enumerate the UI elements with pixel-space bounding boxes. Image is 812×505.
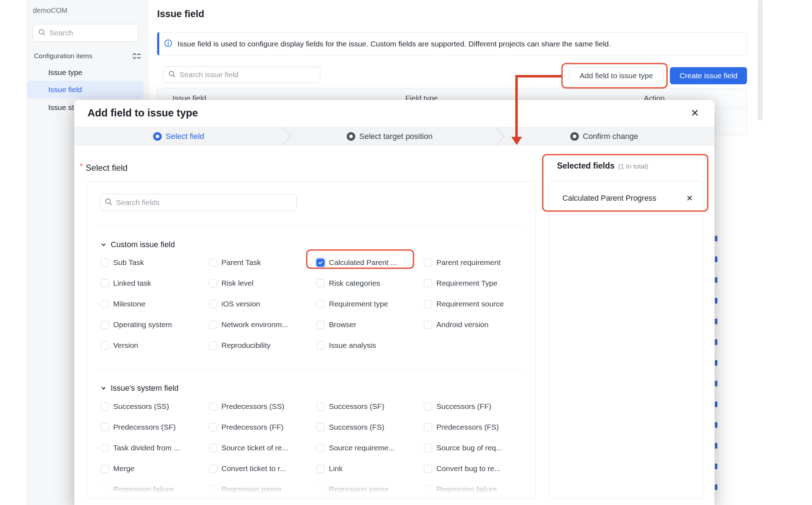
checkbox-icon[interactable] <box>424 444 432 452</box>
checkbox-icon[interactable] <box>424 300 432 308</box>
checkbox-icon[interactable] <box>316 321 325 329</box>
field-checkbox-label: Successors (FS) <box>329 423 384 431</box>
field-checkbox-option[interactable]: iOS version <box>209 300 316 308</box>
checkbox-icon[interactable] <box>209 423 217 431</box>
checkbox-icon[interactable] <box>316 279 325 288</box>
checkbox-icon[interactable] <box>209 402 217 411</box>
field-checkbox-option[interactable]: Source ticket of re... <box>209 444 316 452</box>
group-header-custom-issue-field[interactable]: Custom issue field <box>101 239 175 250</box>
step-select-target-position[interactable]: Select target position <box>347 127 432 146</box>
field-checkbox-option[interactable]: Successors (SF) <box>316 402 424 411</box>
field-checkbox-option[interactable]: Browser <box>316 320 424 329</box>
checkbox-icon[interactable] <box>316 341 325 350</box>
field-checkbox-option[interactable]: Sub Task <box>101 258 209 267</box>
field-checkbox-option[interactable]: Predecessors (FF) <box>209 423 316 431</box>
checkbox-icon[interactable] <box>209 300 217 308</box>
checkbox-icon[interactable] <box>316 444 325 452</box>
checkbox-icon[interactable] <box>101 402 109 411</box>
sidebar-item-issue-status[interactable]: Issue st <box>48 102 74 112</box>
checkbox-icon[interactable] <box>424 321 432 329</box>
field-checkbox-option[interactable]: Operating system <box>101 320 209 329</box>
group-header-issue-system-field[interactable]: Issue's system field <box>101 382 179 394</box>
add-field-to-issue-type-button[interactable]: Add field to issue type <box>569 67 663 84</box>
checkbox-icon[interactable] <box>101 444 109 452</box>
field-checkbox-label: Operating system <box>113 320 172 329</box>
checkbox-icon[interactable] <box>424 423 432 431</box>
field-checkbox-option[interactable]: Predecessors (FS) <box>424 423 526 431</box>
checkbox-icon[interactable] <box>101 300 109 308</box>
create-issue-field-button[interactable]: Create issue field <box>670 67 747 84</box>
field-checkbox-label: Task divided from ... <box>113 444 180 452</box>
checkbox-icon[interactable] <box>316 423 325 431</box>
checkbox-icon[interactable] <box>316 465 325 473</box>
info-icon <box>164 39 172 49</box>
checkbox-icon[interactable] <box>424 465 432 473</box>
checkbox-icon[interactable] <box>101 341 109 350</box>
checkbox-icon[interactable] <box>209 279 217 288</box>
field-checkbox-option[interactable]: Calculated Parent ... <box>316 258 424 267</box>
step-confirm-change[interactable]: Confirm change <box>570 127 638 146</box>
search-icon <box>38 29 46 38</box>
step-select-field[interactable]: Select field <box>153 127 204 146</box>
checkbox-icon[interactable] <box>101 259 109 267</box>
field-checkbox-option[interactable]: Network environm... <box>209 320 316 329</box>
field-checkbox-option[interactable]: Successors (FF) <box>424 402 526 411</box>
issue-field-search-input[interactable]: Search issue field <box>163 66 320 83</box>
field-checkbox-label: Merge <box>113 464 135 473</box>
field-checkbox-option[interactable]: Milestone <box>101 300 209 308</box>
field-checkbox-option[interactable]: Reproducibility <box>209 341 316 350</box>
field-checkbox-label: Predecessors (FS) <box>436 423 499 431</box>
field-checkbox-option[interactable]: Source requireme... <box>316 444 424 452</box>
checkbox-icon[interactable] <box>101 321 109 329</box>
sidebar-item-issue-field-label: Issue field <box>48 81 82 99</box>
checkbox-icon[interactable] <box>316 402 325 411</box>
fields-search-input[interactable]: Search fields <box>100 194 297 211</box>
checkbox-icon[interactable] <box>316 300 325 308</box>
field-checkbox-option[interactable]: Source bug of req... <box>424 444 526 452</box>
field-checkbox-option[interactable]: Merge <box>101 464 209 473</box>
field-checkbox-label: Risk categories <box>329 279 380 288</box>
field-checkbox-option[interactable]: Android version <box>424 320 526 329</box>
field-checkbox-option[interactable]: Requirement source <box>424 300 526 308</box>
page-scrollbar[interactable] <box>758 0 763 121</box>
field-checkbox-option[interactable]: Requirement Type <box>424 279 526 288</box>
field-checkbox-option[interactable]: Requirement type <box>316 300 424 308</box>
checkbox-icon[interactable] <box>209 444 217 452</box>
step-label: Confirm change <box>583 132 638 141</box>
sidebar-search-input[interactable]: Search <box>33 24 138 42</box>
checkbox-icon[interactable] <box>101 465 109 473</box>
collapse-list-icon[interactable] <box>131 52 141 60</box>
info-banner: Issue field is used to configure display… <box>157 32 747 55</box>
divider <box>97 225 525 225</box>
checkbox-icon[interactable] <box>424 279 432 288</box>
field-checkbox-option[interactable]: Parent Task <box>209 258 316 267</box>
field-checkbox-option[interactable]: Version <box>101 341 209 350</box>
field-checkbox-option[interactable]: Task divided from ... <box>101 444 209 452</box>
field-checkbox-option[interactable]: Parent requirement <box>424 258 526 267</box>
field-checkbox-option[interactable]: Convert ticket to r... <box>209 464 316 473</box>
field-checkbox-option[interactable]: Linked task <box>101 279 209 288</box>
checkbox-icon[interactable] <box>209 259 217 267</box>
field-checkbox-option[interactable]: Issue analysis <box>316 341 424 350</box>
background-link-peek <box>715 443 717 449</box>
checkbox-icon[interactable] <box>316 259 325 267</box>
field-checkbox-option[interactable]: Successors (SS) <box>101 402 209 411</box>
sidebar-item-issue-field[interactable]: Issue field <box>27 81 144 99</box>
checkbox-icon[interactable] <box>209 341 217 350</box>
checkbox-icon[interactable] <box>101 423 109 431</box>
field-checkbox-option[interactable]: Successors (FS) <box>316 423 424 431</box>
field-checkbox-option[interactable]: Risk categories <box>316 279 424 288</box>
checkbox-icon[interactable] <box>101 279 109 288</box>
checkbox-icon[interactable] <box>209 465 217 473</box>
field-checkbox-option[interactable]: Link <box>316 464 424 473</box>
checkbox-icon[interactable] <box>209 321 217 329</box>
close-icon[interactable]: ✕ <box>687 106 703 120</box>
field-checkbox-option[interactable]: Risk level <box>209 279 316 288</box>
field-checkbox-option[interactable]: Predecessors (SF) <box>101 423 209 431</box>
checkbox-icon[interactable] <box>424 402 432 411</box>
field-checkbox-option[interactable]: Convert bug to re... <box>424 464 526 473</box>
checkbox-icon[interactable] <box>424 259 432 267</box>
remove-selected-field-icon[interactable]: ✕ <box>686 194 693 203</box>
sidebar-item-issue-type[interactable]: Issue type <box>48 68 82 78</box>
field-checkbox-option[interactable]: Predecessors (SS) <box>209 402 316 411</box>
